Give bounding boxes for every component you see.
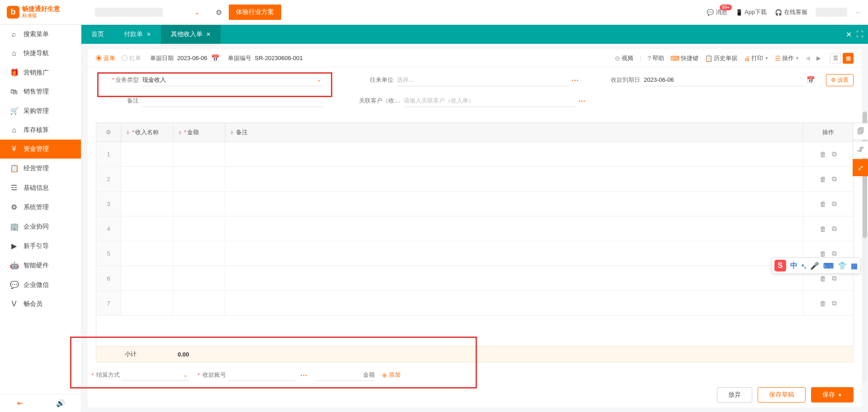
sidebar-item-5[interactable]: ⌂库存核算	[0, 121, 81, 140]
copy-icon[interactable]: ⧉	[832, 150, 837, 158]
table-row[interactable]: 1🗑⧉	[96, 142, 853, 167]
business-type-input[interactable]	[142, 74, 323, 86]
video-link[interactable]: ⊙视频	[615, 54, 633, 62]
ime-toolbar[interactable]: S 中 •, 🎤 ⌨ 👕 ▦	[771, 258, 861, 274]
ime-keyboard-icon[interactable]: ⌨	[823, 262, 834, 270]
sidebar-item-1[interactable]: ⌂快捷导航	[0, 44, 81, 63]
delete-icon[interactable]: 🗑	[820, 200, 826, 208]
copy-icon[interactable]: ⧉	[832, 299, 837, 307]
view-list-button[interactable]: ☰	[830, 53, 841, 64]
next-icon[interactable]: ▶	[816, 55, 821, 61]
company-name[interactable]	[95, 8, 163, 17]
sidebar-item-11[interactable]: ▶新手引导	[0, 236, 81, 256]
col-amount[interactable]: ▲▼*金额	[173, 123, 225, 141]
discard-button[interactable]: 放弃	[717, 387, 752, 403]
shortcut-link[interactable]: ⌨快捷键	[670, 54, 698, 62]
sidebar-item-7[interactable]: 📋经营管理	[0, 159, 81, 178]
more-icon[interactable]: ⋯	[855, 9, 861, 16]
table-row[interactable]: 6🗑⧉	[96, 266, 853, 291]
table-settings-button[interactable]: ⚙	[96, 123, 121, 141]
settings-button[interactable]: ⚙设置	[826, 74, 854, 86]
copy-icon[interactable]: ⧉	[832, 200, 837, 208]
table-row[interactable]: 5🗑⧉	[96, 241, 853, 266]
close-all-icon[interactable]: ✕	[846, 30, 852, 39]
copy-icon[interactable]: ⧉	[832, 175, 837, 183]
table-row[interactable]: 3🗑⧉	[96, 192, 853, 216]
col-income-name[interactable]: ▲▼*收入名称	[121, 123, 173, 141]
more-icon[interactable]: ⋯	[571, 76, 579, 84]
history-link[interactable]: 📋历史单据	[705, 54, 737, 62]
tab-1[interactable]: 付款单✕	[114, 25, 161, 44]
float-tab-2[interactable]: 🖇	[853, 141, 868, 158]
float-tab-1[interactable]: 🗐	[853, 123, 868, 140]
radio-red[interactable]: 红单	[122, 54, 141, 62]
close-icon[interactable]: ✕	[146, 31, 151, 37]
copy-icon[interactable]: ⧉	[832, 274, 837, 282]
doc-date-value[interactable]: 2023-06-06	[177, 55, 208, 61]
copy-icon[interactable]: ⧉	[832, 225, 837, 233]
gear-icon[interactable]: ⚙	[216, 8, 222, 17]
app-download-link[interactable]: 📱 App下载	[736, 8, 767, 16]
sidebar-item-13[interactable]: 💬企业微信	[0, 275, 81, 295]
fullscreen-icon[interactable]: ⛶	[856, 30, 863, 38]
trial-button[interactable]: 体验行业方案	[229, 5, 281, 20]
action-link[interactable]: ☰操作▼	[775, 54, 799, 62]
ime-skin-icon[interactable]: 👕	[838, 262, 847, 270]
sidebar-item-12[interactable]: 🤖智能硬件	[0, 256, 81, 275]
table-row[interactable]: 4🗑⧉	[96, 216, 853, 241]
messages-link[interactable]: 💬 消息 99+	[707, 8, 727, 16]
sidebar-item-4[interactable]: 🛒采购管理	[0, 101, 81, 121]
delete-icon[interactable]: 🗑	[820, 250, 826, 258]
radio-blue[interactable]: 蓝单	[96, 54, 115, 62]
user-menu[interactable]	[816, 8, 847, 17]
more-icon[interactable]: ⋯	[300, 371, 308, 379]
sound-icon[interactable]: 🔊	[41, 399, 81, 407]
tab-0[interactable]: 首页	[81, 25, 114, 44]
calendar-icon[interactable]: 📅	[211, 54, 220, 62]
print-link[interactable]: 🖨打印▼	[744, 54, 769, 62]
ime-grid-icon[interactable]: ▦	[851, 262, 858, 270]
sidebar-item-14[interactable]: V畅会员	[0, 295, 81, 314]
settle-amount-input[interactable]	[316, 369, 375, 381]
sidebar-item-8[interactable]: ☲基础信息	[0, 178, 81, 197]
sidebar-item-0[interactable]: ⌕搜索菜单	[0, 25, 81, 44]
close-icon[interactable]: ✕	[206, 31, 211, 37]
sidebar-item-6[interactable]: ¥资金管理	[0, 140, 81, 159]
sidebar-item-3[interactable]: 🛍销售管理	[0, 82, 81, 101]
add-settlement-button[interactable]: ⊕添加	[382, 371, 401, 379]
delete-icon[interactable]: 🗑	[820, 150, 826, 158]
help-link[interactable]: ?帮助	[647, 54, 664, 62]
logo[interactable]: b 畅捷通好生意 标准版	[7, 5, 86, 19]
prev-icon[interactable]: ◀	[806, 55, 810, 61]
float-tab-3[interactable]: ⤢	[853, 159, 868, 176]
remark-input[interactable]	[142, 94, 323, 107]
delete-icon[interactable]: 🗑	[820, 225, 826, 233]
related-customer-input[interactable]	[404, 94, 576, 107]
delete-icon[interactable]: 🗑	[820, 300, 826, 307]
delete-icon[interactable]: 🗑	[820, 175, 826, 183]
settle-method-input[interactable]	[122, 369, 189, 381]
chevron-down-icon[interactable]: ⌄	[317, 76, 321, 83]
chevron-down-icon[interactable]: ⌄	[183, 372, 188, 378]
online-support-link[interactable]: 🎧 在线客服	[775, 8, 807, 16]
more-icon[interactable]: ⋯	[578, 97, 586, 105]
due-date-input[interactable]	[644, 74, 807, 86]
save-draft-button[interactable]: 保存草稿	[758, 387, 806, 403]
col-remark[interactable]: ▲▼备注	[225, 123, 803, 141]
save-button[interactable]: 保存▼	[811, 387, 854, 403]
partner-input[interactable]	[397, 74, 569, 86]
sidebar-item-10[interactable]: 🏢企业协同	[0, 217, 81, 236]
settle-account-input[interactable]	[228, 369, 296, 381]
chevron-down-icon[interactable]: ⌄	[194, 9, 200, 16]
table-row[interactable]: 2🗑⧉	[96, 167, 853, 192]
ime-mic-icon[interactable]: 🎤	[810, 262, 819, 270]
ime-punct-icon[interactable]: •,	[802, 262, 806, 270]
sidebar-item-2[interactable]: 🎁营销推广	[0, 63, 81, 82]
tab-2[interactable]: 其他收入单✕	[161, 25, 221, 44]
table-row[interactable]: 7🗑⧉	[96, 291, 853, 316]
calendar-icon[interactable]: 📅	[807, 76, 815, 84]
copy-icon[interactable]: ⧉	[832, 249, 837, 258]
delete-icon[interactable]: 🗑	[820, 275, 826, 282]
sidebar-item-9[interactable]: ⚙系统管理	[0, 197, 81, 217]
collapse-icon[interactable]: ⇤	[0, 399, 41, 407]
